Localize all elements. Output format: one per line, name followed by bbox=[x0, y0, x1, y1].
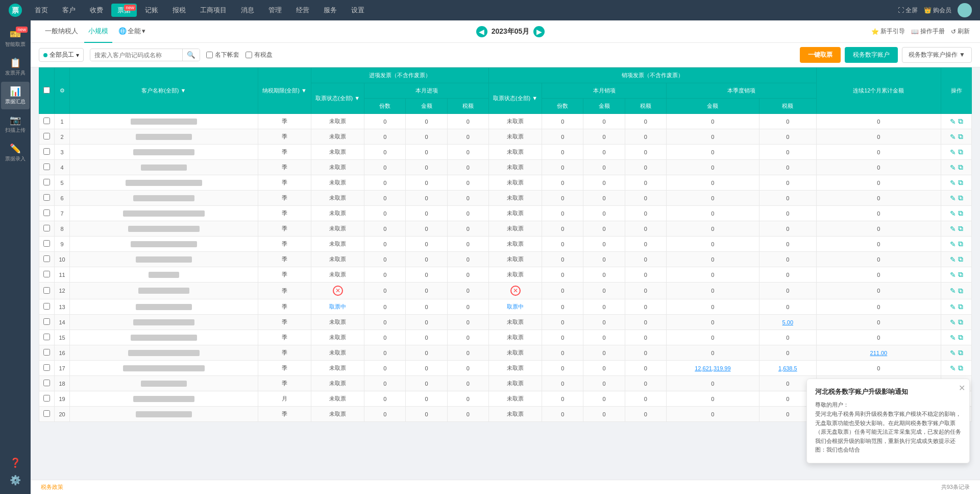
refresh-link[interactable]: ↺ 刷新 bbox=[951, 27, 970, 36]
copy-icon[interactable]: ⧉ bbox=[958, 178, 963, 187]
tab-general-taxpayer[interactable]: 一般纳税人 bbox=[41, 20, 82, 43]
row-checkbox[interactable] bbox=[43, 225, 50, 231]
copy-icon[interactable]: ⧉ bbox=[958, 224, 963, 233]
row-checkbox[interactable] bbox=[43, 303, 50, 310]
tax-digital-action-button[interactable]: 税务数字账户操作 ▼ bbox=[902, 47, 972, 63]
error-icon[interactable]: ✕ bbox=[333, 286, 343, 296]
copy-icon[interactable]: ⧉ bbox=[958, 287, 963, 295]
copy-icon[interactable]: ⧉ bbox=[958, 302, 963, 311]
th-in-status[interactable]: 取票状态(全部) ▼ bbox=[311, 83, 364, 114]
notification-close-button[interactable]: ✕ bbox=[959, 383, 965, 393]
subledger-checkbox[interactable] bbox=[206, 52, 213, 58]
edit-icon[interactable]: ✎ bbox=[950, 148, 956, 156]
sidebar-item-ticket-entry[interactable]: ✏️ 票据录入 bbox=[1, 139, 30, 167]
edit-icon[interactable]: ✎ bbox=[950, 318, 956, 326]
row-checkbox[interactable] bbox=[43, 133, 50, 139]
nav-ticket[interactable]: 票据 new bbox=[111, 4, 137, 17]
row-checkbox[interactable] bbox=[43, 209, 50, 216]
edit-icon[interactable]: ✎ bbox=[950, 349, 956, 357]
row-checkbox[interactable] bbox=[43, 163, 50, 170]
edit-icon[interactable]: ✎ bbox=[950, 133, 956, 141]
row-checkbox[interactable] bbox=[43, 148, 50, 155]
copy-icon[interactable]: ⧉ bbox=[958, 333, 963, 342]
help-icon[interactable]: ❓ bbox=[10, 457, 21, 468]
nav-home[interactable]: 首页 bbox=[29, 4, 54, 17]
sidebar-item-ticket-summary[interactable]: 📊 票据汇总 bbox=[1, 82, 30, 109]
nav-bookkeeping[interactable]: 记账 bbox=[139, 4, 164, 17]
edit-icon[interactable]: ✎ bbox=[950, 163, 956, 172]
nav-business[interactable]: 工商项目 bbox=[194, 4, 233, 17]
row-checkbox[interactable] bbox=[43, 349, 50, 356]
row-checkbox[interactable] bbox=[43, 334, 50, 340]
row-checkbox[interactable] bbox=[43, 395, 50, 402]
copy-icon[interactable]: ⧉ bbox=[958, 270, 963, 279]
q-tax-link[interactable]: 1,638.5 bbox=[778, 365, 797, 371]
tab-all-capable[interactable]: 🌐 全能 ▾ bbox=[114, 20, 150, 43]
edit-icon[interactable]: ✎ bbox=[950, 209, 956, 218]
nav-message[interactable]: 消息 bbox=[235, 4, 260, 17]
select-all-checkbox[interactable] bbox=[43, 87, 50, 93]
edit-icon[interactable]: ✎ bbox=[950, 287, 956, 295]
th-tax-period[interactable]: 纳税期限(全部) ▼ bbox=[258, 68, 311, 114]
nav-tax[interactable]: 报税 bbox=[166, 4, 192, 17]
period-prev-button[interactable]: ◀ bbox=[476, 26, 487, 37]
user-avatar[interactable] bbox=[958, 3, 972, 17]
row-checkbox[interactable] bbox=[43, 117, 50, 124]
th-out-status[interactable]: 取票状态(全部) ▼ bbox=[488, 83, 542, 114]
nav-service[interactable]: 服务 bbox=[317, 4, 343, 17]
sidebar-item-invoice-open[interactable]: 📋 发票开具 bbox=[1, 53, 30, 81]
row-checkbox[interactable] bbox=[43, 194, 50, 201]
nav-fee[interactable]: 收费 bbox=[84, 4, 109, 17]
q-tax-link[interactable]: 5.00 bbox=[782, 319, 793, 325]
nav-customer[interactable]: 客户 bbox=[56, 4, 82, 17]
staff-select[interactable]: 全部员工 ▾ bbox=[39, 48, 84, 62]
copy-icon[interactable]: ⧉ bbox=[958, 209, 963, 218]
nav-manage[interactable]: 管理 bbox=[262, 4, 288, 17]
row-checkbox[interactable] bbox=[43, 364, 50, 371]
edit-icon[interactable]: ✎ bbox=[950, 194, 956, 202]
one-key-ticket-button[interactable]: 一键取票 bbox=[800, 47, 841, 63]
copy-icon[interactable]: ⧉ bbox=[958, 318, 963, 326]
row-checkbox[interactable] bbox=[43, 179, 50, 185]
edit-icon[interactable]: ✎ bbox=[950, 179, 956, 187]
copy-icon[interactable]: ⧉ bbox=[958, 194, 963, 202]
row-checkbox[interactable] bbox=[43, 255, 50, 262]
tax-policy-link[interactable]: 税务政策 bbox=[41, 483, 63, 491]
nav-settings[interactable]: 设置 bbox=[345, 4, 371, 17]
period-next-button[interactable]: ▶ bbox=[533, 26, 545, 37]
manual-link[interactable]: 📖 操作手册 bbox=[911, 27, 945, 36]
settings-icon[interactable]: ⚙️ bbox=[10, 475, 21, 486]
copy-icon[interactable]: ⧉ bbox=[958, 148, 963, 156]
sidebar-item-scan-upload[interactable]: 📷 扫描上传 bbox=[1, 110, 30, 138]
edit-icon[interactable]: ✎ bbox=[950, 240, 956, 248]
edit-icon[interactable]: ✎ bbox=[950, 364, 956, 372]
copy-icon[interactable]: ⧉ bbox=[958, 163, 963, 172]
copy-icon[interactable]: ⧉ bbox=[958, 348, 963, 357]
fullscreen-button[interactable]: ⛶ 全屏 bbox=[898, 6, 918, 15]
sidebar-item-smart-ticket[interactable]: 🎫 new 智能取票 bbox=[1, 25, 30, 52]
copy-icon[interactable]: ⧉ bbox=[958, 240, 963, 248]
nav-operation[interactable]: 经营 bbox=[290, 4, 315, 17]
edit-icon[interactable]: ✎ bbox=[950, 271, 956, 279]
new-guide-link[interactable]: ⭐ 新手引导 bbox=[871, 27, 905, 36]
search-button[interactable]: 🔍 bbox=[182, 49, 200, 61]
error-icon[interactable]: ✕ bbox=[510, 286, 521, 296]
row-checkbox[interactable] bbox=[43, 380, 50, 386]
copy-icon[interactable]: ⧉ bbox=[958, 364, 963, 372]
row-checkbox[interactable] bbox=[43, 271, 50, 277]
search-input[interactable] bbox=[90, 50, 182, 61]
row-checkbox[interactable] bbox=[43, 287, 50, 294]
rolling12-link[interactable]: 211.00 bbox=[870, 350, 888, 356]
taxdisk-checkbox[interactable] bbox=[246, 52, 252, 58]
checkbox-subledger[interactable]: 名下帐套 bbox=[206, 51, 239, 59]
row-checkbox[interactable] bbox=[43, 318, 50, 325]
copy-icon[interactable]: ⧉ bbox=[958, 132, 963, 141]
q-amount-link[interactable]: 12,621,319.99 bbox=[695, 365, 730, 371]
edit-icon[interactable]: ✎ bbox=[950, 225, 956, 233]
edit-icon[interactable]: ✎ bbox=[950, 117, 956, 126]
copy-icon[interactable]: ⧉ bbox=[958, 117, 963, 126]
edit-icon[interactable]: ✎ bbox=[950, 255, 956, 264]
copy-icon[interactable]: ⧉ bbox=[958, 255, 963, 264]
row-checkbox[interactable] bbox=[43, 240, 50, 247]
vip-button[interactable]: 👑 购会员 bbox=[924, 6, 951, 15]
